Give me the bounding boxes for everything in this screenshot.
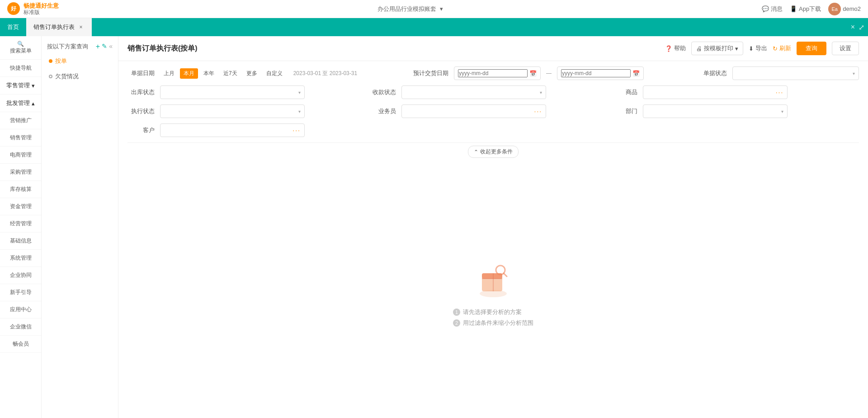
nav-tabs: 首页 销售订单执行表 × × ⤢ — [0, 18, 868, 36]
date-tabs: 上月 本月 本年 近7天 更多 自定义 — [160, 68, 286, 79]
svg-line-6 — [504, 273, 507, 276]
sidebar-item-app-center[interactable]: 应用中心 — [0, 301, 41, 318]
delivery-status-select[interactable]: ▾ — [160, 86, 305, 99]
template-print-button[interactable]: 🖨 按模板打印 ▾ — [691, 42, 743, 55]
status-select[interactable]: ▾ — [732, 66, 859, 80]
sidebar-item-member[interactable]: 畅会员 — [0, 336, 41, 353]
maximize-icon[interactable]: ⤢ — [859, 23, 864, 32]
add-scheme-button[interactable]: + — [96, 43, 100, 51]
empty-hint-2: 2 用过滤条件来缩小分析范围 — [453, 319, 533, 327]
department-select[interactable]: ▾ — [643, 104, 788, 118]
expected-date-to[interactable]: 📅 — [557, 66, 644, 80]
left-panel-header: 按以下方案查询 + ✎ « — [42, 40, 118, 53]
logo-text: 畅捷通好生意 标准版 — [24, 2, 59, 16]
retail-arrow-icon: ▾ — [32, 82, 35, 89]
sidebar-item-system[interactable]: 系统管理 — [0, 250, 41, 267]
expected-date-from-input[interactable] — [458, 69, 528, 77]
date-range-display: 2023-03-01 至 2023-03-31 — [293, 70, 357, 77]
sidebar-item-purchase[interactable]: 采购管理 — [0, 164, 41, 181]
expected-date-from[interactable]: 📅 — [454, 66, 541, 80]
refresh-icon: ↻ — [773, 45, 778, 52]
sidebar-item-guide[interactable]: 新手引导 — [0, 284, 41, 301]
customer-select[interactable]: ··· — [160, 124, 305, 137]
empty-text-list: 1 请先选择要分析的方案 2 用过滤条件来缩小分析范围 — [453, 308, 533, 327]
left-panel: 按以下方案查询 + ✎ « 按单 欠货情况 — [42, 36, 118, 418]
sidebar-item-sales[interactable]: 销售管理 — [0, 129, 41, 147]
sidebar-item-basic-info[interactable]: 基础信息 — [0, 233, 41, 250]
page-title-row: 销售订单执行表(按单) ❓ 帮助 🖨 按模板打印 ▾ ⬇ — [127, 42, 859, 55]
collapse-button[interactable]: ⌃ 收起更多条件 — [468, 146, 519, 158]
sidebar-item-search[interactable]: 🔍 搜索菜单 — [0, 36, 41, 60]
settings-button[interactable]: 设置 — [832, 42, 859, 55]
empty-hint-1: 1 请先选择要分析的方案 — [453, 308, 533, 316]
export-icon: ⬇ — [749, 45, 754, 52]
salesperson-more-icon[interactable]: ··· — [534, 108, 542, 115]
main-content: 销售订单执行表(按单) ❓ 帮助 🖨 按模板打印 ▾ ⬇ — [118, 36, 868, 418]
sidebar-item-wholesale[interactable]: 批发管理 ▴ — [0, 95, 41, 112]
help-button[interactable]: ❓ 帮助 — [665, 44, 686, 52]
sidebar-item-finance[interactable]: 资金管理 — [0, 198, 41, 215]
execution-status-label: 执行状态 — [127, 107, 155, 115]
collapse-panel-button[interactable]: « — [109, 43, 113, 51]
sidebar: 🔍 搜索菜单 快捷导航 零售管理 ▾ 批发管理 ▴ 营销推广 销售管理 电商管理… — [0, 36, 42, 418]
salesperson-label: 业务员 — [369, 107, 396, 115]
collapse-bar: ⌃ 收起更多条件 — [127, 142, 859, 161]
sidebar-item-enterprise[interactable]: 企业协同 — [0, 267, 41, 284]
nav-right-buttons: × ⤢ — [847, 18, 868, 36]
department-label: 部门 — [610, 107, 637, 115]
filter-row-2: 出库状态 ▾ 收款状态 ▾ 商品 ··· — [127, 86, 859, 99]
date-tab-last-month[interactable]: 上月 — [160, 68, 178, 79]
filter-row-1: 单据日期 上月 本月 本年 近7天 更多 自定义 2023-03-01 至 20… — [127, 66, 859, 80]
download-icon: 📱 — [790, 5, 797, 12]
date-tab-current-month[interactable]: 本月 — [180, 68, 198, 79]
sidebar-item-inventory[interactable]: 库存核算 — [0, 181, 41, 198]
product-more-icon[interactable]: ··· — [776, 89, 784, 96]
sidebar-item-quick-nav[interactable]: 快捷导航 — [0, 60, 41, 77]
home-label: 首页 — [7, 23, 19, 31]
status-dropdown-arrow-icon: ▾ — [853, 71, 855, 76]
date-separator: — — [546, 70, 552, 76]
date-tab-custom[interactable]: 自定义 — [263, 68, 286, 79]
calendar-to-icon[interactable]: 📅 — [632, 70, 640, 77]
customer-label: 客户 — [127, 126, 155, 134]
salesperson-select[interactable]: ··· — [401, 104, 546, 118]
sidebar-item-retail[interactable]: 零售管理 ▾ — [0, 77, 41, 95]
sidebar-item-wechat[interactable]: 企业微信 — [0, 318, 41, 336]
filter-row-3: 执行状态 ▾ 业务员 ··· 部门 ▾ — [127, 104, 859, 118]
edit-scheme-button[interactable]: ✎ — [102, 43, 107, 51]
inactive-dot-icon — [49, 75, 52, 78]
minimize-icon[interactable]: × — [851, 23, 855, 31]
scheme-item-by-order[interactable]: 按单 — [42, 53, 118, 69]
sidebar-item-operations[interactable]: 经营管理 — [0, 215, 41, 233]
page-header: 销售订单执行表(按单) ❓ 帮助 🖨 按模板打印 ▾ ⬇ — [118, 36, 868, 61]
expected-date-to-input[interactable] — [561, 69, 631, 77]
tab-sales-order[interactable]: 销售订单执行表 × — [26, 18, 92, 36]
message-button[interactable]: 💬 消息 — [762, 5, 783, 13]
query-button[interactable]: 查询 — [797, 42, 826, 55]
export-button[interactable]: ⬇ 导出 — [749, 44, 767, 52]
date-tab-7days[interactable]: 近7天 — [220, 68, 241, 79]
sidebar-item-marketing[interactable]: 营销推广 — [0, 112, 41, 129]
refresh-button[interactable]: ↻ 刷新 — [773, 44, 791, 52]
tab-close-icon[interactable]: × — [77, 24, 85, 31]
product-select[interactable]: ··· — [643, 86, 788, 99]
empty-illustration — [471, 257, 516, 303]
calendar-from-icon[interactable]: 📅 — [529, 70, 537, 77]
sidebar-item-ecommerce[interactable]: 电商管理 — [0, 147, 41, 164]
date-tab-more[interactable]: 更多 — [243, 68, 261, 79]
scheme-item-shortage[interactable]: 欠货情况 — [42, 69, 118, 84]
customer-more-icon[interactable]: ··· — [292, 127, 301, 134]
receipt-status-select[interactable]: ▾ — [401, 86, 546, 99]
user-menu[interactable]: Ea demo2 — [828, 3, 861, 15]
department-dropdown-arrow-icon: ▾ — [781, 109, 783, 114]
execution-status-select[interactable]: ▾ — [160, 104, 305, 118]
industry-label[interactable]: 办公用品行业模拟账套 — [377, 5, 436, 13]
empty-svg — [471, 257, 516, 303]
page-title: 销售订单执行表(按单) — [127, 44, 198, 53]
tab-home[interactable]: 首页 — [0, 18, 26, 36]
active-dot-icon — [49, 59, 52, 63]
left-panel-actions: + ✎ « — [96, 43, 113, 51]
industry-arrow-icon[interactable]: ▾ — [440, 5, 443, 12]
date-tab-current-year[interactable]: 本年 — [200, 68, 218, 79]
app-download-button[interactable]: 📱 App下载 — [790, 5, 821, 13]
